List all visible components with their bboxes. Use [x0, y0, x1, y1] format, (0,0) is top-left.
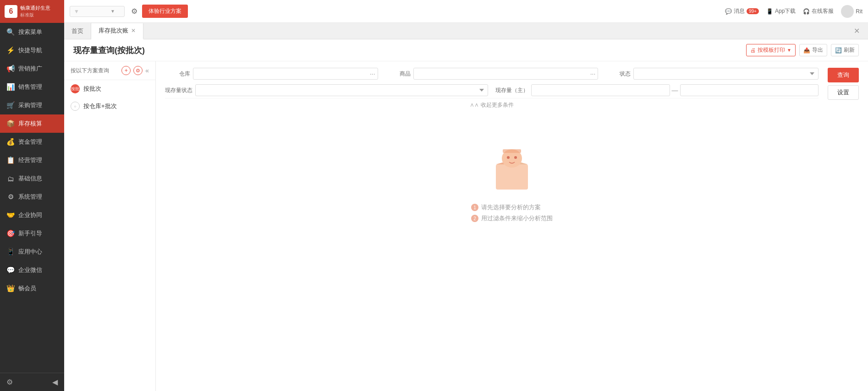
tabbar: 首页 库存批次账 ✕ ✕	[64, 23, 868, 39]
app-logo: 6	[5, 5, 17, 18]
search-input[interactable]	[81, 8, 109, 15]
sidebar-item-enterprise-wechat[interactable]: 💬 企业微信	[0, 261, 64, 279]
sidebar-item-label-marketing: 营销推广	[18, 65, 42, 73]
tab-batch-account[interactable]: 库存批次账 ✕	[91, 23, 143, 39]
enterprise-wechat-icon: 💬	[6, 266, 15, 274]
tab-batch-account-label: 库存批次账	[99, 27, 128, 35]
inactive-plan-icon: ○	[71, 102, 80, 111]
sidebar-item-app-center[interactable]: 📱 应用中心	[0, 243, 64, 261]
settings-btn[interactable]: 设置	[828, 85, 859, 100]
marketing-icon: 📢	[6, 65, 15, 73]
stock-qty-min-input[interactable]	[531, 84, 670, 96]
svg-rect-6	[503, 149, 521, 153]
warehouse-dots-btn[interactable]: ···	[370, 70, 375, 77]
print-btn[interactable]: 🖨 按模板打印 ▼	[746, 44, 796, 56]
gear-icon[interactable]: ⚙	[131, 7, 137, 16]
topbar: ▼ ▼ ⚙ 体验行业方案 💬 消息 99+ 📱 App下载 🎧 在线客服 Ri	[64, 0, 868, 23]
stock-qty-max-input[interactable]	[680, 84, 819, 96]
sidebar-item-purchase[interactable]: 🛒 采购管理	[0, 96, 64, 114]
sidebar-item-marketing[interactable]: 📢 营销推广	[0, 60, 64, 78]
sidebar-item-enterprise-collab[interactable]: 🤝 企业协同	[0, 206, 64, 224]
online-service-btn[interactable]: 🎧 在线客服	[803, 7, 834, 15]
sidebar-item-label-operations: 经营管理	[18, 156, 42, 164]
page-container: 现存量查询(按批次) 🖨 按模板打印 ▼ 📤 导出 🔄 刷新	[64, 39, 868, 391]
sidebar-item-new-guide[interactable]: 🎯 新手引导	[0, 224, 64, 243]
right-panel: 仓库 ··· 商品 ···	[156, 61, 868, 391]
sidebar-item-operations[interactable]: 📋 经营管理	[0, 151, 64, 169]
search-menu-icon: 🔍	[6, 28, 15, 36]
dropdown-arrow-icon: ▼	[110, 9, 115, 14]
company-name: 畅康通好生意	[20, 5, 50, 11]
collapse-left-panel-icon[interactable]: «	[145, 67, 149, 74]
export-btn-label: 导出	[812, 46, 823, 54]
username-label: Rit	[856, 8, 863, 15]
sidebar-item-label-search: 搜索菜单	[18, 28, 42, 36]
stock-status-label: 现存量状态	[165, 87, 192, 94]
add-plan-btn[interactable]: +	[121, 66, 131, 75]
plan-item-by-batch[interactable]: 按批 按批次	[64, 80, 155, 98]
online-service-label: 在线客服	[812, 7, 834, 15]
new-guide-icon: 🎯	[6, 229, 15, 238]
empty-state: 1 请先选择要分析的方案 2 用过滤条件来缩小分析范围	[165, 112, 859, 253]
plan-item-by-warehouse-batch[interactable]: ○ 按仓库+批次	[64, 98, 155, 115]
svg-rect-0	[496, 164, 528, 190]
user-profile-btn[interactable]: Rit	[841, 5, 863, 18]
print-dropdown-icon: ▼	[787, 48, 791, 53]
sidebar-item-finance[interactable]: 💰 资金管理	[0, 133, 64, 151]
topbar-search-box[interactable]: ▼ ▼	[70, 6, 125, 17]
product-input-wrapper: ···	[413, 68, 599, 80]
app-center-icon: 📱	[6, 248, 15, 256]
manage-plan-btn[interactable]: ⚙	[133, 66, 143, 75]
collapse-sidebar-icon[interactable]: ◀	[52, 378, 58, 386]
sidebar-item-vip[interactable]: 👑 畅会员	[0, 279, 64, 298]
printer-icon: 🖨	[750, 47, 756, 54]
settings-footer-icon[interactable]: ⚙	[6, 378, 13, 386]
plan-item-by-warehouse-batch-label: 按仓库+批次	[83, 102, 117, 110]
app-download-label: App下载	[775, 7, 796, 15]
sidebar-item-label-quick-nav: 快捷导航	[18, 46, 42, 54]
hint-num-2: 2	[471, 215, 478, 222]
tab-home[interactable]: 首页	[64, 23, 91, 39]
refresh-icon: 🔄	[835, 47, 842, 54]
warehouse-label: 仓库	[165, 70, 190, 78]
status-label: 状态	[605, 70, 631, 78]
sidebar-item-search[interactable]: 🔍 搜索菜单	[0, 23, 64, 41]
messages-label: 消息	[734, 7, 745, 15]
export-btn[interactable]: 📤 导出	[799, 44, 827, 56]
hint-item-2: 2 用过滤条件来缩小分析范围	[471, 214, 553, 223]
refresh-btn[interactable]: 🔄 刷新	[831, 44, 859, 56]
hint-item-1: 1 请先选择要分析的方案	[471, 203, 553, 212]
refresh-btn-label: 刷新	[844, 46, 855, 54]
page-title: 现存量查询(按批次)	[73, 45, 145, 56]
status-filter: 状态	[605, 68, 819, 80]
stock-status-select[interactable]	[195, 84, 488, 96]
app-download-btn[interactable]: 📱 App下载	[766, 7, 796, 15]
sidebar-item-label-enterprise-wechat: 企业微信	[18, 266, 42, 274]
plan-item-by-batch-label: 按批次	[83, 85, 101, 93]
sidebar-item-inventory[interactable]: 📦 库存核算	[0, 114, 64, 133]
collapse-more-btn[interactable]: ∧∧ 收起更多条件	[165, 98, 819, 112]
main-content: ▼ ▼ ⚙ 体验行业方案 💬 消息 99+ 📱 App下载 🎧 在线客服 Ri	[64, 0, 868, 391]
hint-text-1: 请先选择要分析的方案	[481, 203, 541, 212]
product-input[interactable]	[413, 68, 599, 80]
sidebar-item-quick-nav[interactable]: ⚡ 快捷导航	[0, 41, 64, 60]
warehouse-input[interactable]	[193, 68, 378, 80]
headset-icon: 🎧	[803, 8, 810, 15]
status-select[interactable]	[633, 68, 819, 80]
search-icon: ▼	[74, 8, 79, 15]
message-icon: 💬	[725, 8, 732, 15]
product-dots-btn[interactable]: ···	[590, 70, 596, 77]
close-all-tabs-icon[interactable]: ✕	[850, 27, 863, 35]
messages-btn[interactable]: 💬 消息 99+	[725, 7, 759, 15]
query-btn[interactable]: 查询	[828, 68, 859, 82]
tab-close-icon[interactable]: ✕	[131, 28, 136, 33]
hint-num-1: 1	[471, 204, 478, 211]
sidebar: 6 畅康通好生意 标准版 🔍 搜索菜单 ⚡ 快捷导航 📢 营销推广 📊 销售管理…	[0, 0, 64, 391]
sidebar-item-basic-info[interactable]: 🗂 基础信息	[0, 169, 64, 188]
trial-btn[interactable]: 体验行业方案	[142, 5, 188, 18]
page-header-actions: 🖨 按模板打印 ▼ 📤 导出 🔄 刷新	[746, 44, 859, 56]
sidebar-item-system[interactable]: ⚙ 系统管理	[0, 188, 64, 206]
sidebar-item-sales[interactable]: 📊 销售管理	[0, 78, 64, 96]
finance-icon: 💰	[6, 138, 15, 146]
filter-section: 仓库 ··· 商品 ···	[165, 68, 859, 112]
